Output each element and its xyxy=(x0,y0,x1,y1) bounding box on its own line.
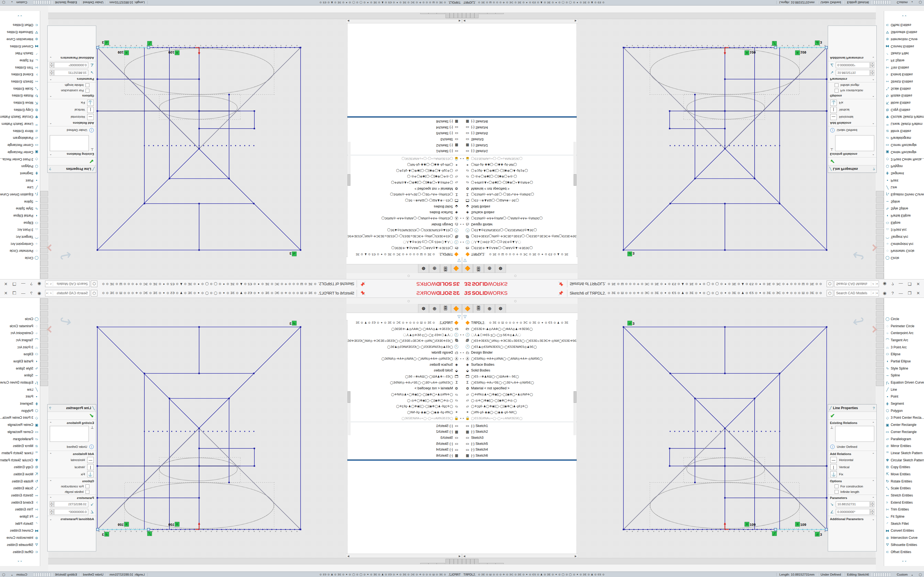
feature-tree-filter[interactable]: ▽ xyxy=(342,313,462,321)
tree-row[interactable]: ◈ Surface Bodies xyxy=(462,362,577,367)
command-tab[interactable] xyxy=(40,374,48,380)
relation-button-label[interactable]: Vertical xyxy=(74,466,85,469)
spin-down-icon[interactable]: ▼ xyxy=(50,70,53,73)
sketch-tool-item[interactable]: ◖ Partial Ellipse xyxy=(884,212,924,219)
command-tab[interactable] xyxy=(40,318,48,323)
parameter-input[interactable]: 0.00000000° xyxy=(54,62,88,68)
sketch-tool-item[interactable]: ⇿ Stretch Entities xyxy=(0,492,40,499)
sketch-tool-item[interactable]: ✄ Trim Entities xyxy=(884,506,924,513)
expand-arrow-icon[interactable]: ▸ xyxy=(462,357,465,360)
sketch-tool-item[interactable]: ╱ Line xyxy=(884,184,924,191)
collapsed-ribbon[interactable] xyxy=(462,273,581,279)
checkbox[interactable] xyxy=(86,484,89,488)
sketch-tool-item[interactable]: ⇱ Move Entities xyxy=(884,99,924,106)
help-icon[interactable]: ? xyxy=(30,291,32,295)
tree-row[interactable]: 🗔 ◯Є5∙∩✻♟АШ◯◦◯ШАя✻∩∙5Є◯ xyxy=(347,373,462,379)
sketch-tool-item[interactable]: ◖ Partial Ellipse xyxy=(0,212,40,219)
sketch-tool-item[interactable]: ⬡ Polygon xyxy=(0,163,40,170)
collapsed-ribbon[interactable] xyxy=(343,298,462,304)
sketch-tool-item[interactable]: ⧄ Mirror Entities xyxy=(0,442,40,450)
sketch-tool-item[interactable]: ◖ Partial Ellipse xyxy=(0,358,40,365)
tree-row[interactable]: ▸ 🕔 ◯人♟◎✛Є5◦ʒ◯◦◯ʒ◦5Є✛◎♟人◯ xyxy=(462,239,577,245)
tab-nav-icon[interactable] xyxy=(474,559,478,564)
tab-nav-icon[interactable] xyxy=(470,559,474,564)
command-tab[interactable] xyxy=(876,362,884,367)
document-tab[interactable]: 🗄 xyxy=(473,304,484,313)
search-dropdown-icon[interactable]: ▾ xyxy=(45,283,48,285)
sketch-tool-item[interactable]: ⬭ Ellipse xyxy=(884,351,924,358)
panel-help-icon[interactable]: ? xyxy=(49,167,51,171)
restore-button[interactable]: ❐ xyxy=(908,291,911,296)
command-tab[interactable] xyxy=(40,362,48,367)
relation-button-label[interactable]: Fix xyxy=(839,472,843,476)
command-tab[interactable] xyxy=(40,248,48,253)
sketch-tool-item[interactable]: ⧓ Convert Entities xyxy=(884,527,924,534)
section-add-relations[interactable]: Add Relations⌃ xyxy=(48,451,96,456)
tree-row[interactable]: ▦ (-) Sketch2 xyxy=(462,429,577,435)
sketch-tool-item[interactable]: ⇱ Move Entities xyxy=(0,471,40,478)
section-add-relations[interactable]: Add Relations⌃ xyxy=(48,121,96,126)
graphics-area[interactable]: ↩ ✕ ⊿3≡109≡109╱⊿3 ╱ Line Properties ? ✔ … xyxy=(577,20,876,279)
graphics-area[interactable]: ↩ ✕ ⊿3≡109≡109╱⊿3 ╱ Line Properties ? ✔ … xyxy=(48,298,347,557)
sketch-tool-item[interactable]: ⬭ Ellipse xyxy=(0,351,40,358)
rollback-bar[interactable] xyxy=(462,459,577,461)
scroll-thumb[interactable] xyxy=(573,391,577,403)
command-tab[interactable] xyxy=(40,197,48,203)
sketch-tool-item[interactable]: ◯ Circle xyxy=(0,255,40,261)
command-tab[interactable] xyxy=(876,210,884,215)
command-tab[interactable] xyxy=(40,305,48,310)
sketch-tool-item[interactable]: ⇿ Stretch Entities xyxy=(884,78,924,85)
command-tab[interactable] xyxy=(40,298,48,304)
tree-row[interactable]: ⬙ Solid Bodies xyxy=(462,367,577,374)
checkbox[interactable] xyxy=(835,89,838,93)
close-button[interactable]: ✕ xyxy=(916,282,920,287)
rollback-bar[interactable] xyxy=(462,116,577,118)
sketch-tool-item[interactable]: ✾ Circular Sketch Pattern xyxy=(0,457,40,464)
tree-row[interactable]: ▭ (-) Sketch5 xyxy=(347,441,462,447)
sketch-tool-item[interactable]: ƒₓ Equation Driven Curve xyxy=(884,191,924,198)
graphics-area[interactable]: ↩ ✕ ⊿3≡109≡109╱⊿3 ╱ Line Properties ? ✔ … xyxy=(48,20,347,279)
sketch-tool-item[interactable]: ⊛ Intersection Curve xyxy=(0,534,40,541)
search-input[interactable]: Search CAD Models ⌕ ▾ xyxy=(45,290,90,297)
scroll-left-icon[interactable]: ◀ xyxy=(457,20,462,23)
sketch-tool-item[interactable]: ⌓ 3 Point Arc xyxy=(884,344,924,351)
tree-row[interactable]: ▭ Sketch3 xyxy=(347,136,462,142)
document-tab[interactable]: ☸ xyxy=(418,264,429,273)
tree-row[interactable]: 🕐 ◯Є5♟◎Є5ИNЗЕЄ5◯◦◯Є5ЗЕNИЄ5◎♟5Є◯ xyxy=(462,227,577,234)
tree-row[interactable]: 🗔 ◯Є5∙∩✻♟АШ◯◦◯ШАя✻∩∙5Є◯ xyxy=(462,373,577,379)
rollback-bar[interactable] xyxy=(347,116,462,118)
sketch-tool-item[interactable]: ↻ Rotate Entities xyxy=(884,92,924,100)
sketch-tool-item[interactable]: ⇱ Move Entities xyxy=(884,471,924,478)
spin-down-icon[interactable]: ▼ xyxy=(871,70,874,73)
expand-arrow-icon[interactable]: ▸ xyxy=(462,417,465,419)
model-cube-icon[interactable]: ⬡ xyxy=(827,290,833,297)
tree-row[interactable]: 🗁 ◯Є5ЗЕ✛◦♟◎ΛАΦ◯◦◯ΦАΛ◎♟◦✛ЗЕ5Є◯ xyxy=(462,245,577,251)
tree-horizontal-scrollbar[interactable]: ◀ ▶ xyxy=(462,19,578,23)
sketch-tool-item[interactable]: ⧉ Copy Entities xyxy=(0,106,40,113)
command-tab[interactable] xyxy=(876,343,884,348)
sketch-tool-item[interactable]: ◌ Perimeter Circle xyxy=(0,322,40,330)
tab-nav-icon[interactable] xyxy=(470,13,474,18)
relation-button-label[interactable]: Horizontal xyxy=(71,115,85,119)
tree-row[interactable]: 🗁 ◯Є5ЗЕ✛◦♟◎ΛАΦ◯◦◯ΦАΛ◎♟◦✛ЗЕ5Є◯ xyxy=(462,326,577,332)
ok-check-icon[interactable]: ✔ xyxy=(48,158,96,165)
relation-button-icon[interactable]: ⚓ xyxy=(87,471,94,477)
section-additional-parameters[interactable]: Additional Parameters⌄ xyxy=(828,516,876,522)
sketch-tool-item[interactable]: ◌ Perimeter Circle xyxy=(884,322,924,330)
spinner[interactable]: ▲▼ xyxy=(50,501,53,507)
spin-down-icon[interactable]: ▼ xyxy=(50,512,53,515)
tree-row[interactable]: ◈ Surface Bodies xyxy=(347,210,462,216)
sketch-tool-item[interactable]: ◇ 3 Point Center Recta... xyxy=(884,414,924,421)
sketch-tool-item[interactable]: ◌ Perimeter Circle xyxy=(0,248,40,255)
tree-row[interactable]: ▸ Ⓐ ◯Є5ИN◎◦✛А✛◎ИNА◯◦◯АNИ◎✛А✛◦◎NИ5Є◯ xyxy=(347,356,462,362)
tree-row[interactable]: ▱ ◯✛ʒƍ6◦♟◯✼◉[◯◦◯]◉✼◯♟◦ƍ6ʒ✛◯ xyxy=(462,403,577,409)
tree-row[interactable]: ⚙ Material < not specified > xyxy=(347,385,462,392)
command-tab[interactable] xyxy=(876,298,884,304)
expand-arrow-icon[interactable]: ▸ xyxy=(459,158,462,160)
relation-button-label[interactable]: Vertical xyxy=(839,108,850,111)
sketch-tool-item[interactable]: ⊦ Extend Entities xyxy=(0,71,40,78)
expand-arrow-icon[interactable]: ▸ xyxy=(459,241,462,244)
command-tab[interactable] xyxy=(40,343,48,348)
graphics-area[interactable]: ↩ ✕ ⊿3≡109≡109╱⊿3 ╱ Line Properties ? ✔ … xyxy=(577,298,876,557)
restore-button[interactable]: ❐ xyxy=(908,282,911,287)
